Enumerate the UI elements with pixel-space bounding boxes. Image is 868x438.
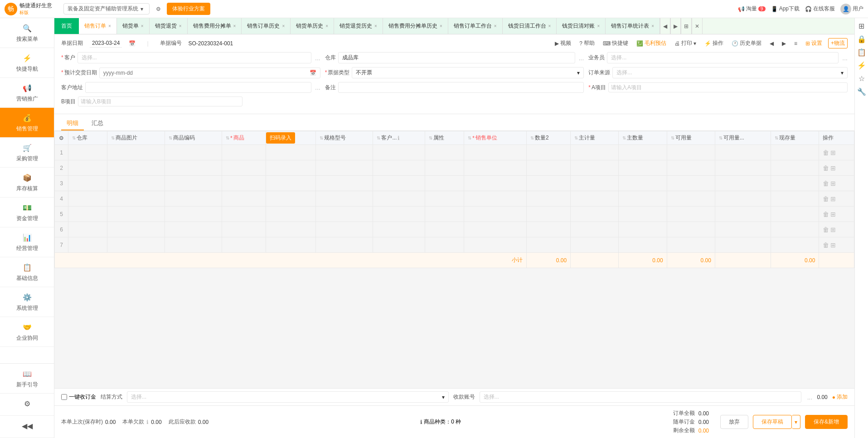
b-project-input[interactable] [78, 96, 242, 106]
address-input[interactable] [85, 82, 311, 93]
sidebar-item-nav[interactable]: ⚡ 快捷导航 [0, 48, 54, 78]
tab-summary[interactable]: 汇总 [86, 117, 109, 130]
copy-row-icon[interactable]: ⊞ [830, 226, 836, 233]
sidebar-item-operations[interactable]: 📊 经营管理 [0, 227, 54, 257]
row-image-1[interactable] [107, 145, 165, 160]
delete-row-icon[interactable]: 🗑 [823, 195, 829, 202]
delete-row-icon[interactable]: 🗑 [823, 180, 829, 187]
customer-input[interactable]: 选择... [78, 52, 311, 63]
copy-row-icon[interactable]: ⊞ [830, 241, 836, 249]
settings-btn[interactable]: ⊞ 设置 [803, 39, 824, 48]
th-product-code[interactable]: ⇅商品编码 [165, 131, 222, 145]
tab-order-stats[interactable]: 销售订单统计表 × [606, 18, 660, 34]
th-customer-code[interactable]: ⇅客户...ℹ [373, 131, 425, 145]
th-settings[interactable]: ⚙ [55, 131, 68, 145]
help-btn[interactable]: ? 帮助 [577, 39, 597, 48]
delete-row-icon[interactable]: 🗑 [823, 211, 829, 218]
a-project-input[interactable] [608, 82, 848, 92]
view-video-btn[interactable]: ▶ 视频 [553, 39, 573, 48]
tab-return-history[interactable]: 销货退货历史 × [334, 18, 383, 34]
copy-row-icon[interactable]: ⊞ [830, 164, 836, 172]
save-new-btn[interactable]: 保存&新增 [805, 415, 848, 429]
th-available2[interactable]: ⇅可用量... [715, 131, 771, 145]
one-click-checkbox-input[interactable] [61, 394, 67, 400]
row-code-1[interactable] [165, 145, 222, 160]
list-view-btn[interactable]: ≡ [792, 39, 800, 48]
shortcut-btn[interactable]: ⌨ 快捷键 [601, 39, 630, 48]
notification-item[interactable]: 📢 淘量 9 [738, 5, 766, 13]
account-more-btn[interactable]: ... [807, 394, 813, 401]
one-click-checkbox[interactable]: 一键收订金 [61, 393, 96, 401]
row-attribute-1[interactable] [425, 145, 464, 160]
tab-close-icon[interactable]: × [233, 24, 236, 29]
tab-detail[interactable]: 明细 [61, 117, 84, 130]
tab-close-icon[interactable]: × [282, 24, 285, 29]
th-available[interactable]: ⇅可用量 [667, 131, 715, 145]
add-payment-btn[interactable]: ● 添加 [832, 393, 848, 401]
tab-prev-btn[interactable]: ◀ [660, 18, 670, 34]
sidebar-item-system[interactable]: ⚙️ 系统管理 [0, 287, 54, 317]
tab-close-icon[interactable]: × [141, 24, 144, 29]
sidebar-item-guide[interactable]: 📖 新手引导 [0, 364, 54, 394]
tab-sales-return[interactable]: 销货退货 × [150, 18, 188, 34]
right-panel-icon-1[interactable]: ⊞ [856, 20, 867, 31]
sidebar-item-search[interactable]: 🔍 搜索菜单 [0, 18, 54, 48]
row-qty2-1[interactable] [526, 145, 570, 160]
row-product-1[interactable] [222, 145, 266, 160]
right-panel-icon-4[interactable]: ⚡ [856, 60, 867, 71]
copy-row-icon[interactable]: ⊞ [830, 149, 836, 156]
tab-sales-invoice[interactable]: 销货单 × [117, 18, 150, 34]
sidebar-item-purchase[interactable]: 🛒 采购管理 [0, 138, 54, 168]
row-current-1[interactable] [771, 145, 819, 160]
copy-row-icon[interactable]: ⊞ [830, 180, 836, 187]
tab-close-icon[interactable]: × [548, 24, 551, 29]
tab-invoice-history[interactable]: 销货单历史 × [291, 18, 334, 34]
print-btn[interactable]: 🖨 打印 ▾ [672, 39, 698, 48]
right-panel-icon-5[interactable]: ☆ [856, 73, 867, 84]
row-available2-1[interactable] [715, 145, 771, 160]
th-sales-unit[interactable]: ⇅*销售单位 [464, 131, 527, 145]
row-main-qty-1[interactable] [619, 145, 667, 160]
th-main-qty[interactable]: ⇅主数量 [619, 131, 667, 145]
row-available-1[interactable] [667, 145, 715, 160]
sidebar-collapse-btn[interactable]: ◀◀ [0, 416, 54, 438]
delete-row-icon[interactable]: 🗑 [823, 164, 829, 172]
th-spec[interactable]: ⇅规格型号 [315, 131, 373, 145]
delivery-date-input[interactable]: 📅 [99, 67, 320, 78]
right-panel-icon-6[interactable]: 🔧 [856, 86, 867, 97]
save-draft-arrow-btn[interactable]: ▾ [792, 415, 800, 429]
tab-close-all-btn[interactable]: ✕ [692, 18, 703, 34]
tab-close-icon[interactable]: × [494, 24, 497, 29]
row-scan-1[interactable] [266, 145, 316, 160]
tab-expand-btn[interactable]: ⊞ [681, 18, 692, 34]
single-date-value[interactable]: 2023-03-24 [90, 39, 122, 48]
delete-row-icon[interactable]: 🗑 [823, 241, 829, 249]
delete-row-icon[interactable]: 🗑 [823, 149, 829, 156]
tab-sales-expense[interactable]: 销售费用分摊单 × [188, 18, 242, 34]
sidebar-settings-btn[interactable]: ⚙ [0, 394, 54, 416]
sidebar-item-sales[interactable]: 💰 销售管理 [0, 108, 54, 138]
address-more-btn[interactable]: ... [315, 84, 320, 91]
warehouse-input[interactable]: 成品库 [338, 52, 575, 63]
copy-row-icon[interactable]: ⊞ [830, 195, 836, 202]
history-btn[interactable]: 🕐 历史单据 [729, 39, 764, 48]
th-product-image[interactable]: ⇅商品图片 [107, 131, 165, 145]
row-unit-1[interactable] [464, 145, 527, 160]
app-download-item[interactable]: 📱 App下载 [771, 5, 800, 13]
tab-close-icon[interactable]: × [597, 24, 600, 29]
note-input[interactable] [338, 82, 584, 93]
right-panel-icon-3[interactable]: 📋 [856, 47, 867, 58]
tab-close-icon[interactable]: × [108, 24, 111, 29]
discard-btn[interactable]: 放弃 [720, 415, 748, 429]
tab-cashflow-reconcile[interactable]: 钱货日清对账 × [557, 18, 606, 34]
staff-input[interactable]: 选择... [607, 52, 839, 63]
online-service-item[interactable]: 🎧 在线客服 [805, 5, 835, 13]
user-item[interactable]: 👤 用户 [840, 4, 863, 14]
row-spec-1[interactable] [315, 145, 373, 160]
prev-record-btn[interactable]: ◀ [767, 39, 776, 48]
th-attribute[interactable]: ⇅属性 [425, 131, 464, 145]
sidebar-item-marketing[interactable]: 📢 营销推广 [0, 78, 54, 108]
industry-btn[interactable]: 体验行业方案 [167, 3, 210, 15]
add-material-btn[interactable]: +物流 [828, 38, 848, 48]
staff-more-btn[interactable]: ... [842, 54, 848, 62]
